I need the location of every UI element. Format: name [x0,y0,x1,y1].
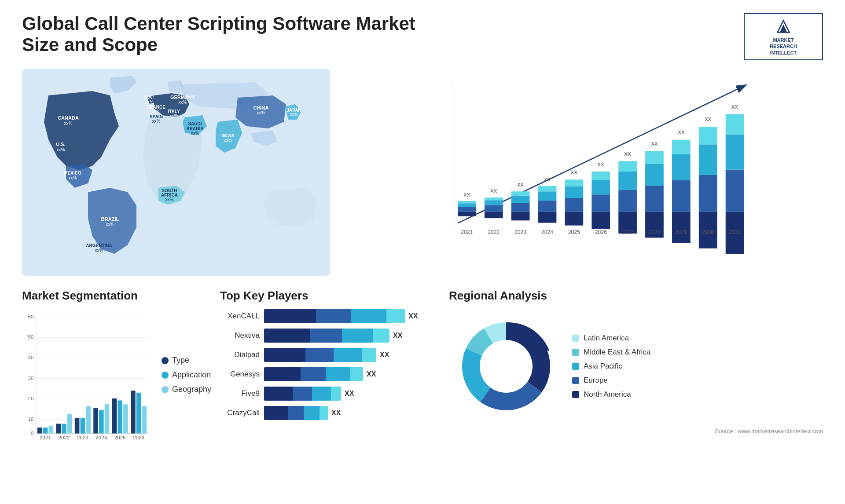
reg-legend-ap: Asia Pacific [572,362,650,371]
source-text: Source : www.marketresearchintellect.com [449,428,823,435]
players-chart: XenCALL XX Nextiva [220,309,440,420]
svg-text:2027: 2027 [622,229,634,235]
svg-text:xx%: xx% [179,100,187,105]
logo: MARKET RESEARCH INTELLECT [744,13,823,60]
application-label: Application [172,370,211,380]
svg-rect-128 [56,424,61,433]
reg-dot-na [572,391,579,398]
svg-rect-89 [672,154,691,180]
svg-text:2025: 2025 [114,435,126,440]
svg-rect-101 [726,135,744,170]
type-dot [162,357,169,364]
svg-rect-41 [458,203,476,207]
svg-text:U.S.: U.S. [56,142,65,147]
svg-text:10: 10 [28,416,34,422]
reg-label-mea: Middle East & Africa [584,348,650,357]
svg-rect-132 [81,418,85,433]
player-bar-five9 [264,387,341,401]
svg-text:xx%: xx% [257,110,265,115]
segmentation-legend: Type Application Geography [157,309,211,441]
svg-rect-78 [618,161,637,171]
bar-group-2027: XX 2027 [618,151,637,235]
application-dot [162,372,169,379]
svg-text:xx%: xx% [69,175,77,180]
bar-group-2022: XX 2022 [485,188,503,235]
svg-rect-137 [112,398,117,434]
svg-text:50: 50 [28,334,34,340]
svg-rect-39 [458,212,476,216]
svg-text:CHINA: CHINA [254,105,269,110]
svg-rect-71 [592,180,610,194]
player-bar-crazycall [264,406,328,420]
reg-legend-europe: Europe [572,376,650,385]
top-section: CANADA xx% U.S. xx% MEXICO xx% BRAZIL xx… [22,69,823,276]
segmentation-section: Market Segmentation 60 50 40 30 20 10 0 [22,289,211,456]
svg-rect-70 [592,194,610,212]
svg-rect-69 [592,212,610,229]
reg-dot-ap [572,363,579,370]
svg-rect-83 [645,164,664,186]
player-row-dialpad: Dialpad XX [220,348,440,362]
donut-svg [449,309,563,424]
svg-text:XX: XX [517,182,524,187]
svg-text:XX: XX [651,141,658,146]
type-label: Type [172,356,189,365]
key-players-section: Top Key Players XenCALL XX [220,289,440,456]
reg-legend-mea: Middle East & Africa [572,348,650,357]
player-bar-genesys [264,367,363,381]
svg-rect-133 [86,406,91,434]
svg-text:xx%: xx% [106,222,114,227]
svg-rect-60 [538,186,557,191]
svg-text:2025: 2025 [568,229,580,235]
svg-text:2031: 2031 [729,229,741,235]
reg-label-europe: Europe [584,376,608,385]
svg-rect-66 [565,179,583,186]
geography-label: Geography [172,385,211,394]
svg-rect-64 [565,198,583,212]
svg-text:INDIA: INDIA [221,133,235,138]
svg-text:xx%: xx% [95,248,103,253]
player-bar-wrap-crazycall: XX [264,406,440,420]
svg-text:2029: 2029 [675,229,687,235]
svg-rect-135 [99,410,104,433]
player-bar-xencall [264,309,405,323]
svg-text:XX: XX [463,192,470,197]
player-row-xencall: XenCALL XX [220,309,440,323]
player-row-nextiva: Nextiva XX [220,329,440,343]
player-bar-wrap-genesys: XX [264,367,440,381]
logo-text: MARKET RESEARCH INTELLECT [770,37,797,56]
svg-text:2023: 2023 [514,229,526,235]
svg-rect-130 [67,414,72,433]
svg-rect-125 [37,427,42,433]
page: Global Call Center Scripting Software Ma… [0,0,845,504]
svg-text:GERMANY: GERMANY [170,95,195,100]
svg-rect-95 [699,144,717,175]
svg-rect-57 [538,212,557,223]
player-val-nextiva: XX [393,332,402,340]
svg-text:xx%: xx% [145,100,154,105]
svg-rect-52 [511,203,530,212]
player-bar-dialpad [264,348,376,362]
svg-rect-59 [538,191,557,201]
legend-application: Application [162,370,211,380]
svg-rect-84 [645,151,664,164]
donut-segments [462,322,550,410]
player-val-genesys: XX [367,370,376,378]
bar-group-2021: XX 2021 [458,192,476,235]
svg-text:SAUDI: SAUDI [188,121,202,126]
player-name-dialpad: Dialpad [220,351,260,359]
svg-point-144 [481,341,532,392]
svg-rect-134 [93,408,98,433]
svg-text:XX: XX [544,177,551,182]
logo-icon [775,18,792,35]
svg-text:ARGENTINA: ARGENTINA [86,243,112,248]
player-row-crazycall: CrazyCall XX [220,406,440,420]
svg-rect-136 [105,404,110,433]
player-val-xencall: XX [408,312,418,320]
legend-geography: Geography [162,385,211,394]
svg-text:60: 60 [28,314,34,319]
reg-label-latin: Latin America [584,334,629,343]
svg-text:xx%: xx% [224,138,232,143]
svg-text:xx%: xx% [165,197,174,202]
svg-text:ARABIA: ARABIA [187,126,204,131]
